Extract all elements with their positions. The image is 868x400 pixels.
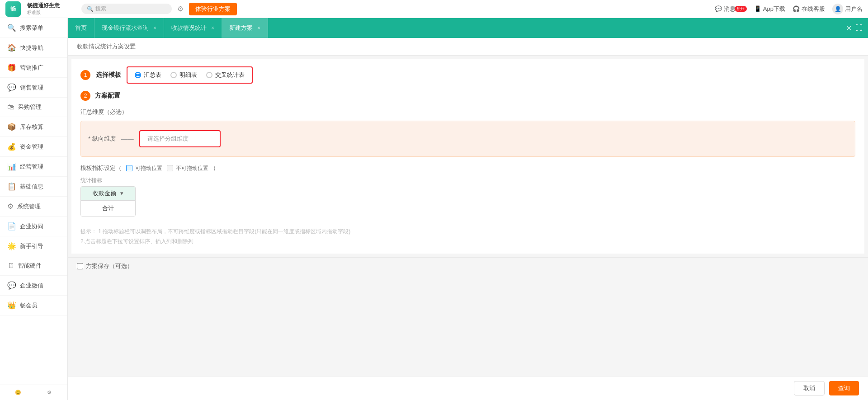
- top-right-area: 💬 消息 99+ 📱 App下载 🎧 在线客服 👤 用户名: [715, 4, 863, 14]
- sidebar-item-purchase[interactable]: 🛍采购管理: [0, 98, 67, 117]
- metrics-table: 收款金额 ▾ 合计: [80, 186, 136, 216]
- sidebar-item-label: 畅会员: [20, 301, 38, 310]
- sidebar-item-label: 快捷导航: [20, 44, 43, 52]
- step2-section: 2 方案配置 汇总维度（必选） * 纵向维度 —— 请选择分组维度: [80, 91, 855, 246]
- sidebar-item-smart-hw[interactable]: 🖥智能硬件: [0, 256, 67, 276]
- dimension-section-label: 汇总维度（必选）: [80, 108, 855, 116]
- metrics-dropdown-icon[interactable]: ▾: [120, 190, 123, 197]
- tab-close-bank-flow[interactable]: ×: [153, 25, 156, 31]
- sidebar-item-quick-nav[interactable]: 🏠快捷导航: [0, 38, 67, 58]
- non-draggable-icon: [167, 165, 173, 171]
- cancel-button[interactable]: 取消: [794, 381, 825, 395]
- tab-receipt-stats[interactable]: 收款情况统计×: [164, 18, 222, 38]
- sidebar-item-operations[interactable]: 📊经营管理: [0, 157, 67, 177]
- dimension-row: * 纵向维度 —— 请选择分组维度: [88, 130, 848, 147]
- corp-wechat-icon: 💬: [7, 281, 16, 290]
- sidebar-item-sales[interactable]: 💬销售管理: [0, 78, 67, 98]
- metrics-table-area: 统计指标 收款金额 ▾ 合计: [80, 177, 855, 218]
- sidebar-item-label: 系统管理: [17, 202, 41, 211]
- sidebar-item-label: 搜索菜单: [20, 24, 43, 32]
- sidebar-item-label: 采购管理: [18, 103, 42, 111]
- stats-label-col: 统计指标 收款金额 ▾ 合计: [80, 177, 136, 218]
- base-info-icon: 📋: [7, 182, 16, 191]
- sidebar-item-search-menu[interactable]: 🔍搜索菜单: [0, 18, 67, 38]
- sidebar: 🔍搜索菜单🏠快捷导航🎁营销推广💬销售管理🛍采购管理📦库存核算💰资金管理📊经营管理…: [0, 18, 68, 400]
- tab-bank-flow[interactable]: 现金银行流水查询×: [94, 18, 164, 38]
- radio-summary[interactable]: 汇总表: [135, 71, 161, 79]
- draggable-indicator: 可拖动位置: [126, 165, 162, 172]
- radio-circle-detail: [170, 72, 177, 78]
- guide-icon: 🌟: [7, 242, 16, 250]
- tab-label-home: 首页: [75, 24, 87, 32]
- tab-bar: 首页现金银行流水查询×收款情况统计×新建方案× ✕ ⛶: [68, 18, 868, 38]
- top-bar: 畅 畅捷通好生意 标准版 🔍 搜索 ⚙ 体验行业方案 💬 消息 99+ 📱 Ap…: [0, 0, 868, 18]
- tab-new-plan[interactable]: 新建方案×: [222, 18, 268, 38]
- tab-bar-actions: ✕ ⛶: [840, 18, 868, 38]
- sidebar-bottom-right[interactable]: ⚙: [36, 390, 63, 395]
- trial-button[interactable]: 体验行业方案: [189, 3, 237, 15]
- page-content: 收款情况统计方案设置 1 选择模板 汇总表 明细表: [68, 38, 868, 376]
- step2-badge: 2: [80, 91, 90, 101]
- step1-badge: 1: [80, 70, 90, 80]
- search-area[interactable]: 🔍 搜索: [81, 4, 172, 14]
- tab-close-receipt-stats[interactable]: ×: [211, 25, 214, 31]
- close-window-icon[interactable]: ✕: [846, 24, 852, 33]
- dimension-input[interactable]: 请选择分组维度: [139, 130, 221, 147]
- radio-detail[interactable]: 明细表: [170, 71, 197, 79]
- radio-circle-summary: [135, 72, 141, 78]
- step2-title: 方案配置: [95, 92, 120, 100]
- operations-icon: 📊: [7, 162, 16, 171]
- step1-title: 选择模板: [96, 71, 121, 79]
- tips-section: 提示： 1.拖动标题栏可以调整布局，不可跨维度或指标区域拖动栏目字段(只能在同一…: [80, 227, 855, 246]
- download-btn[interactable]: 📱 App下载: [754, 5, 785, 13]
- app-name: 畅捷通好生意 标准版: [27, 2, 60, 15]
- metrics-header-cell[interactable]: 收款金额 ▾: [81, 187, 135, 201]
- metrics-total-cell: 合计: [81, 201, 135, 216]
- notification-btn[interactable]: 💬 消息 99+: [715, 5, 747, 13]
- sidebar-item-label: 企业微信: [20, 282, 43, 290]
- draggable-icon: [126, 165, 132, 171]
- finance-icon: 💰: [7, 142, 16, 151]
- step2-header: 2 方案配置: [80, 91, 855, 101]
- tab-label-new-plan: 新建方案: [229, 24, 253, 32]
- sidebar-item-finance[interactable]: 💰资金管理: [0, 137, 67, 157]
- support-btn[interactable]: 🎧 在线客服: [793, 5, 825, 13]
- tab-close-new-plan[interactable]: ×: [257, 25, 260, 31]
- user-area[interactable]: 👤 用户名: [832, 4, 863, 14]
- action-bar: 取消 查询: [68, 376, 868, 400]
- sidebar-item-label: 基础信息: [20, 183, 43, 191]
- sidebar-item-base-info[interactable]: 📋基础信息: [0, 177, 67, 197]
- sidebar-item-label: 智能硬件: [18, 262, 42, 270]
- step1-row: 1 选择模板 汇总表 明细表 交叉统计表: [80, 66, 855, 84]
- corp-collab-icon: 📄: [7, 222, 16, 231]
- sidebar-item-guide[interactable]: 🌟新手引导: [0, 236, 67, 256]
- marketing-icon: 🎁: [7, 63, 16, 72]
- tab-label-bank-flow: 现金银行流水查询: [102, 24, 149, 32]
- template-selector: 汇总表 明细表 交叉统计表: [127, 66, 253, 84]
- tab-home[interactable]: 首页: [68, 18, 94, 38]
- smart-hw-icon: 🖥: [7, 262, 14, 270]
- sidebar-item-label: 营销推广: [20, 64, 43, 72]
- query-button[interactable]: 查询: [829, 381, 859, 395]
- sidebar-item-marketing[interactable]: 🎁营销推广: [0, 58, 67, 78]
- vertical-dim-label: * 纵向维度: [88, 135, 116, 143]
- sidebar-item-label: 库存核算: [20, 123, 43, 131]
- sidebar-item-system[interactable]: ⚙系统管理: [0, 197, 67, 216]
- save-checkbox[interactable]: [77, 263, 83, 269]
- sales-icon: 💬: [7, 83, 16, 92]
- sidebar-item-corp-wechat[interactable]: 💬企业微信: [0, 276, 67, 296]
- system-icon: ⚙: [7, 202, 14, 211]
- metrics-section: 模板指标设定（ 可拖动位置 不可拖动位置 ）: [80, 164, 855, 218]
- sidebar-bottom-left[interactable]: 😊: [5, 390, 32, 395]
- metrics-header: 模板指标设定（ 可拖动位置 不可拖动位置 ）: [80, 164, 855, 172]
- gear-icon[interactable]: ⚙: [175, 3, 185, 15]
- save-option[interactable]: 方案保存（可选）: [77, 262, 133, 270]
- sidebar-item-corp-collab[interactable]: 📄企业协同: [0, 216, 67, 236]
- sidebar-item-member[interactable]: 👑畅会员: [0, 296, 67, 315]
- sidebar-item-label: 销售管理: [20, 84, 43, 92]
- radio-cross[interactable]: 交叉统计表: [206, 71, 245, 79]
- purchase-icon: 🛍: [7, 103, 14, 111]
- maximize-icon[interactable]: ⛶: [855, 24, 863, 32]
- sidebar-item-inventory[interactable]: 📦库存核算: [0, 117, 67, 137]
- inventory-icon: 📦: [7, 122, 16, 131]
